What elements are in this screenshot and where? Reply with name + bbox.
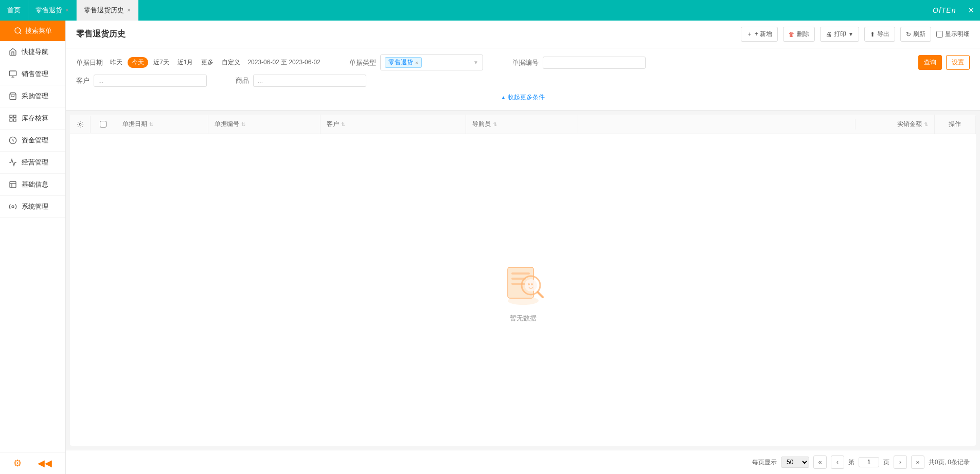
th-spacer — [578, 119, 856, 130]
th-doc-no[interactable]: 单据编号 ⇅ — [208, 115, 320, 134]
export-button[interactable]: ⬆ 导出 — [864, 27, 895, 42]
th-operation-label: 操作 — [949, 120, 961, 129]
th-actual-amount[interactable]: 实销金额 ⇅ — [856, 115, 935, 134]
th-guide-label: 导购员 — [472, 120, 491, 129]
date-filter-label: 单据日期 — [76, 58, 103, 67]
tab-retail-return-history-label: 零售退货历史 — [84, 6, 124, 15]
th-actual-amount-label: 实销金额 — [897, 120, 922, 129]
sidebar-item-finance[interactable]: 资金管理 — [0, 130, 65, 152]
doc-type-tag-close[interactable]: × — [415, 60, 418, 66]
page-label: 第 — [848, 458, 854, 467]
page-suffix: 页 — [883, 458, 889, 467]
tab-retail-return-history-close[interactable]: × — [127, 7, 131, 14]
filter-area: 单据日期 昨天 今天 近7天 近1月 更多 自定义 2023-06-02 至 2… — [66, 48, 980, 111]
sales-icon — [8, 69, 17, 79]
date-custom-btn[interactable]: 自定义 — [219, 57, 243, 68]
next-page-button[interactable]: › — [894, 455, 907, 469]
sidebar-item-purchase-mgmt[interactable]: 采购管理 — [0, 85, 65, 107]
main-layout: 搜索菜单 快捷导航 销售管理 采购管理 库存核算 — [0, 21, 980, 474]
refresh-button[interactable]: ↻ 刷新 — [900, 27, 931, 42]
date-yesterday-btn[interactable]: 昨天 — [107, 57, 126, 68]
th-guide[interactable]: 导购员 ⇅ — [466, 115, 578, 134]
svg-rect-18 — [511, 272, 530, 275]
date-filter-item: 单据日期 昨天 今天 近7天 近1月 更多 自定义 2023-06-02 至 2… — [76, 57, 320, 68]
query-button[interactable]: 查询 — [918, 55, 942, 70]
top-bar: 首页 零售退货 × 零售退货历史 × OfTEn × — [0, 0, 980, 21]
svg-point-14 — [12, 206, 14, 208]
pagination: 每页显示 50 10 20 100 « ‹ 第 页 › » 共0页, 0条记录 — [66, 450, 980, 474]
per-page-select[interactable]: 50 10 20 100 — [781, 457, 809, 468]
new-button-label: + 新增 — [755, 30, 772, 39]
date-today-btn[interactable]: 今天 — [128, 57, 148, 68]
customer-select[interactable]: ... — [94, 75, 207, 87]
sort-doc-no-icon: ⇅ — [241, 121, 245, 127]
sidebar-item-finance-label: 资金管理 — [22, 136, 48, 145]
delete-button[interactable]: 🗑 删除 — [783, 27, 815, 42]
settings-filter-button[interactable]: 设置 — [946, 55, 970, 70]
svg-rect-11 — [10, 181, 16, 188]
inventory-icon — [8, 114, 17, 123]
collapse-button[interactable]: ▲ 收起更多条件 — [501, 93, 545, 102]
empty-state: 暂无数据 — [497, 257, 549, 323]
refresh-icon: ↻ — [906, 31, 911, 38]
page-number-input[interactable] — [859, 457, 879, 467]
svg-rect-6 — [10, 115, 12, 118]
delete-button-label: 删除 — [797, 30, 809, 39]
last-page-button[interactable]: » — [911, 455, 924, 469]
doc-no-input[interactable] — [543, 57, 646, 69]
sidebar-item-base-info-label: 基础信息 — [22, 180, 48, 189]
tab-home-label: 首页 — [7, 6, 21, 15]
new-button[interactable]: ＋ + 新增 — [741, 27, 778, 42]
goods-select[interactable]: ... — [253, 75, 366, 87]
sidebar-item-quick-nav[interactable]: 快捷导航 — [0, 41, 65, 63]
print-button-label: 打印 — [834, 30, 846, 39]
svg-rect-7 — [13, 115, 16, 118]
table-select-all-th[interactable] — [91, 116, 116, 133]
print-button[interactable]: 🖨 打印 ▼ — [820, 27, 859, 42]
select-all-checkbox[interactable] — [100, 121, 106, 127]
first-page-button[interactable]: « — [813, 455, 827, 469]
sidebar-item-sales-mgmt[interactable]: 销售管理 — [0, 63, 65, 85]
goods-placeholder: ... — [258, 77, 263, 84]
th-customer[interactable]: 客户 ⇅ — [320, 115, 466, 134]
date-more-btn[interactable]: 更多 — [198, 57, 217, 68]
window-close-button[interactable]: × — [962, 5, 980, 16]
show-details-checkbox[interactable] — [936, 31, 943, 38]
th-doc-no-label: 单据编号 — [215, 120, 239, 129]
page-header: 零售退货历史 ＋ + 新增 🗑 删除 🖨 打印 ▼ ⬆ 导出 — [66, 21, 980, 48]
tab-retail-return-history[interactable]: 零售退货历史 × — [77, 0, 138, 21]
table-settings-th[interactable] — [70, 116, 91, 133]
refresh-button-label: 刷新 — [913, 30, 925, 39]
gear-icon[interactable]: ⚙ — [13, 458, 22, 469]
sort-doc-date-icon: ⇅ — [149, 121, 153, 127]
purchase-icon — [8, 92, 17, 101]
th-customer-label: 客户 — [327, 120, 339, 129]
svg-rect-8 — [10, 119, 12, 121]
th-doc-date[interactable]: 单据日期 ⇅ — [116, 115, 208, 134]
sidebar: 搜索菜单 快捷导航 销售管理 采购管理 库存核算 — [0, 21, 66, 474]
date-7days-btn[interactable]: 近7天 — [150, 57, 172, 68]
prev-page-button[interactable]: ‹ — [831, 455, 844, 469]
sort-amount-icon: ⇅ — [924, 121, 928, 127]
sidebar-item-inventory[interactable]: 库存核算 — [0, 107, 65, 130]
sidebar-item-operations[interactable]: 经营管理 — [0, 152, 65, 174]
tab-home[interactable]: 首页 — [0, 0, 28, 21]
svg-point-24 — [528, 283, 530, 285]
sidebar-item-sales-label: 销售管理 — [22, 69, 48, 79]
goods-label: 商品 — [236, 76, 249, 85]
sidebar-item-base-info[interactable]: 基础信息 — [0, 174, 65, 196]
show-details-label[interactable]: 显示明细 — [936, 30, 970, 39]
search-menu-button[interactable]: 搜索菜单 — [0, 21, 65, 41]
speaker-icon[interactable]: ◀◀ — [38, 458, 52, 469]
collapse-label: 收起更多条件 — [508, 93, 545, 102]
svg-rect-9 — [13, 119, 16, 121]
svg-point-15 — [79, 123, 81, 125]
tab-retail-return-close[interactable]: × — [65, 7, 69, 14]
th-doc-date-label: 单据日期 — [122, 120, 147, 129]
customer-label: 客户 — [76, 76, 90, 85]
doc-type-label: 单据类型 — [349, 58, 376, 67]
sidebar-item-system[interactable]: 系统管理 — [0, 196, 65, 218]
doc-type-select[interactable]: 零售退货 × ▼ — [380, 54, 483, 70]
date-1month-btn[interactable]: 近1月 — [174, 57, 197, 68]
tab-retail-return[interactable]: 零售退货 × — [28, 0, 77, 21]
